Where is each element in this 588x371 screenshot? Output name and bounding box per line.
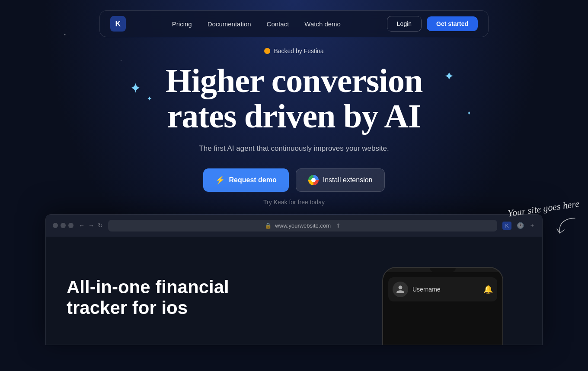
phone-body: Username 🔔 [383,272,502,345]
share-icon: ⬆ [336,222,341,229]
request-demo-button[interactable]: ⚡ Request demo [203,168,289,192]
keak-browser-logo: K [502,222,511,230]
hero-subtitle: The first AI agent that continuously imp… [0,144,588,153]
plus-icon[interactable]: ＋ [529,222,535,229]
site-left-content: All-in-one financial tracker for ios [46,237,343,345]
dot-1 [53,223,58,228]
svg-point-0 [64,34,66,35]
nav-links: Pricing Documentation Contact Watch demo [172,20,341,28]
backed-by-badge: Backed by Festina [264,48,323,54]
hero-buttons: ⚡ Request demo Install extension [0,168,588,192]
profile-avatar [393,282,408,297]
browser-icons-right: K 🕐 ＋ [502,222,535,230]
dot-2 [61,223,66,228]
free-trial-text: Try Keak for free today [0,199,588,206]
flash-icon: ⚡ [215,175,225,185]
forward-icon[interactable]: → [88,222,94,229]
navbar: K Pricing Documentation Contact Watch de… [99,10,489,37]
nav-item-pricing[interactable]: Pricing [172,20,192,28]
back-icon[interactable]: ← [79,222,85,229]
chrome-icon [308,175,319,185]
browser-content: All-in-one financial tracker for ios Use… [46,237,542,345]
browser-controls: ← → ↻ [79,222,103,229]
profile-row: Username 🔔 [388,277,497,301]
hero-section: Backed by Festina Higher conversion rate… [0,48,588,206]
refresh-icon[interactable]: ↻ [98,222,103,229]
nav-actions: Login Get started [387,16,478,32]
get-started-button[interactable]: Get started [427,16,478,31]
address-bar[interactable]: 🔒 www.yourwebsite.com ⬆ [108,220,497,231]
badge-text: Backed by Festina [274,48,323,54]
site-heading: All-in-one financial tracker for ios [67,277,323,319]
nav-item-watch-demo[interactable]: Watch demo [304,20,341,28]
browser-toolbar: ← → ↻ 🔒 www.yourwebsite.com ⬆ K 🕐 ＋ [46,215,542,237]
dot-3 [68,223,74,228]
badge-dot [264,48,270,54]
nav-item-contact[interactable]: Contact [267,20,289,28]
address-text: www.yourwebsite.com [275,222,331,229]
clock-icon: 🕐 [517,222,524,229]
nav-item-documentation[interactable]: Documentation [208,20,251,28]
hero-title: Higher conversion rates driven by AI [0,63,588,134]
login-button[interactable]: Login [387,16,422,32]
browser-dots [53,223,74,228]
install-extension-button[interactable]: Install extension [296,168,385,192]
phone-camera [430,268,456,272]
notification-icon: 🔔 [483,285,493,294]
lock-icon: 🔒 [265,222,272,229]
user-icon [396,285,405,294]
logo[interactable]: K [110,16,126,32]
site-right-content: Username 🔔 [343,237,542,345]
username-text: Username [412,286,441,293]
phone-mockup: Username 🔔 [382,267,503,345]
browser-mockup: ← → ↻ 🔒 www.yourwebsite.com ⬆ K 🕐 ＋ All-… [45,214,543,345]
